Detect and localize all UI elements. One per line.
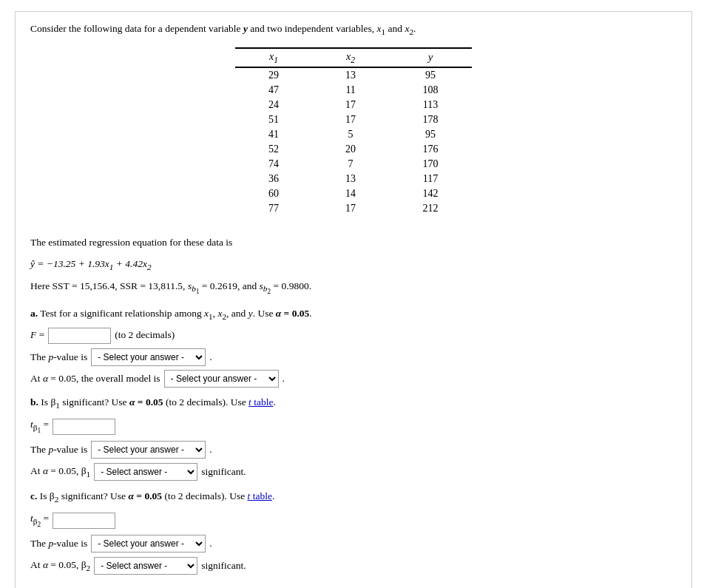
tb2-label: tβ2 =: [30, 510, 49, 531]
pvalue-b-select[interactable]: - Select your answer - less than .01 bet…: [91, 441, 206, 459]
table-row: 51 17 178: [235, 112, 472, 127]
pvalue-c-row: The p-value is - Select your answer - le…: [30, 535, 677, 552]
pvalue-c-select[interactable]: - Select your answer - less than .01 bet…: [91, 535, 206, 552]
f-value-row: F = (to 2 decimals): [30, 326, 677, 344]
cell-x1: 60: [235, 186, 312, 201]
part-a-header: a. Test for a significant relationship a…: [30, 305, 677, 324]
pvalue-a-label: The p-value is: [30, 348, 87, 366]
part-b-section: b. Is β1 significant? Use α = 0.05 (to 2…: [30, 393, 677, 481]
model-select[interactable]: - Select your answer - significant not s…: [164, 370, 279, 388]
cell-y: 95: [389, 127, 472, 142]
cell-x2: 13: [312, 172, 389, 186]
table-row: 74 7 170: [235, 157, 472, 172]
cell-y: 212: [389, 201, 472, 219]
t-table-link-c[interactable]: t table: [248, 490, 272, 501]
problem-container: Consider the following data for a depend…: [15, 11, 692, 588]
beta2-sig-row: At α = 0.05, β2 - Select answer - is is …: [30, 556, 677, 575]
equation-intro: The estimated regression equation for th…: [30, 234, 677, 251]
cell-x1: 41: [235, 127, 312, 142]
t-table-link-b[interactable]: t table: [248, 396, 273, 408]
cell-x2: 17: [312, 201, 389, 219]
pvalue-c-label: The p-value is: [30, 535, 87, 552]
cell-x2: 17: [312, 112, 389, 127]
beta1-sig-select[interactable]: - Select answer - is is not: [94, 463, 197, 481]
part-b-header: b. Is β1 significant? Use α = 0.05 (to 2…: [30, 393, 677, 413]
col-header-x2: x2: [312, 48, 389, 68]
table-row: 24 17 113: [235, 98, 472, 112]
f-label: F =: [30, 326, 44, 344]
cell-y: 170: [389, 157, 472, 172]
part-a-section: a. Test for a significant relationship a…: [30, 305, 677, 388]
table-row: 60 14 142: [235, 186, 472, 201]
cell-y: 113: [389, 98, 472, 112]
table-row: 52 20 176: [235, 142, 472, 157]
beta2-sig-select[interactable]: - Select answer - is is not: [94, 557, 197, 575]
cell-x2: 5: [312, 127, 389, 142]
problem-header: Consider the following data for a depend…: [30, 23, 677, 36]
tb1-input[interactable]: [53, 419, 115, 435]
pvalue-b-row: The p-value is - Select your answer - le…: [30, 441, 677, 459]
cell-y: 142: [389, 186, 472, 201]
pvalue-c-period: .: [209, 535, 212, 552]
data-table-wrapper: x1 x2 y 29 13 95 47 11 108 24 17 113 51 …: [30, 47, 677, 220]
table-row: 41 5 95: [235, 127, 472, 142]
beta1-sig-row: At α = 0.05, β1 - Select answer - is is …: [30, 462, 677, 481]
beta1-sig-suffix: significant.: [201, 463, 246, 481]
cell-x2: 7: [312, 157, 389, 172]
cell-x2: 20: [312, 142, 389, 157]
tb2-input[interactable]: [53, 513, 115, 529]
solution-section: The estimated regression equation for th…: [30, 234, 677, 575]
cell-x1: 52: [235, 142, 312, 157]
cell-x1: 47: [235, 83, 312, 98]
part-c-section: c. Is β2 significant? Use α = 0.05 (to 2…: [30, 487, 677, 575]
tb1-label: tβ1 =: [30, 416, 49, 437]
cell-x1: 51: [235, 112, 312, 127]
f-input[interactable]: [48, 328, 111, 344]
table-row: 77 17 212: [235, 201, 472, 219]
cell-x1: 24: [235, 98, 312, 112]
pvalue-b-period: .: [209, 441, 212, 459]
cell-y: 108: [389, 83, 472, 98]
table-row: 36 13 117: [235, 172, 472, 186]
col-header-y: y: [389, 48, 472, 68]
cell-x2: 13: [312, 67, 389, 83]
data-table: x1 x2 y 29 13 95 47 11 108 24 17 113 51 …: [235, 47, 472, 220]
cell-y: 178: [389, 112, 472, 127]
cell-y: 176: [389, 142, 472, 157]
at-alpha-b-label: At α = 0.05, β1: [30, 462, 90, 481]
tb2-row: tβ2 =: [30, 510, 677, 531]
pvalue-a-row: The p-value is - Select your answer - le…: [30, 348, 677, 366]
pvalue-a-select[interactable]: - Select your answer - less than .01 bet…: [91, 348, 206, 366]
pvalue-b-label: The p-value is: [30, 441, 87, 459]
part-c-header: c. Is β2 significant? Use α = 0.05 (to 2…: [30, 487, 677, 507]
f-note: (to 2 decimals): [115, 326, 175, 344]
beta2-sig-suffix: significant.: [201, 557, 246, 575]
cell-x1: 29: [235, 67, 312, 83]
at-alpha-c-label: At α = 0.05, β2: [30, 556, 90, 575]
col-header-x1: x1: [235, 48, 312, 68]
cell-x2: 11: [312, 83, 389, 98]
model-period: .: [283, 370, 285, 388]
equation-line: ŷ = −13.25 + 1.93x1 + 4.42x2: [30, 255, 677, 274]
cell-x2: 14: [312, 186, 389, 201]
cell-x1: 36: [235, 172, 312, 186]
stats-line: Here SST = 15,156.4, SSR = 13,811.5, sb1…: [30, 277, 677, 299]
tb1-row: tβ1 =: [30, 416, 677, 437]
at-alpha-a-label: At α = 0.05, the overall model is: [30, 370, 160, 388]
table-row: 47 11 108: [235, 83, 472, 98]
cell-y: 95: [389, 67, 472, 83]
model-significance-row: At α = 0.05, the overall model is - Sele…: [30, 370, 677, 388]
pvalue-a-period: .: [209, 348, 212, 366]
cell-y: 117: [389, 172, 472, 186]
table-row: 29 13 95: [235, 67, 472, 83]
cell-x2: 17: [312, 98, 389, 112]
cell-x1: 74: [235, 157, 312, 172]
cell-x1: 77: [235, 201, 312, 219]
